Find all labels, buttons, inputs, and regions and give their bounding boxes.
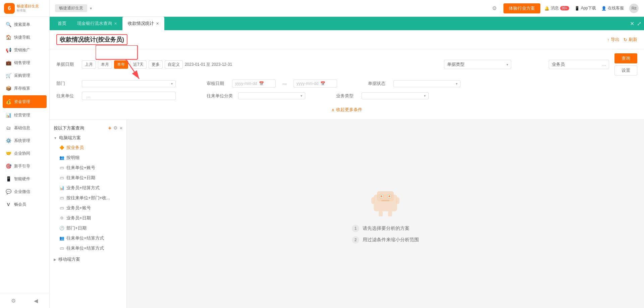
scheme-group-desktop-header[interactable]: ▼ 电脑端方案 bbox=[50, 133, 126, 143]
folder-icon: 🗂 bbox=[5, 125, 11, 131]
tab-close-collection-stats[interactable]: ✕ bbox=[156, 21, 159, 26]
tab-close-all-icon[interactable]: ✕ bbox=[630, 20, 634, 27]
doc-status-select[interactable]: ▾ bbox=[393, 80, 461, 87]
audit-date-end[interactable]: yyyy-mm-dd 📅 bbox=[293, 80, 337, 88]
sidebar-settings-button[interactable]: ⚙ bbox=[3, 296, 24, 305]
add-scheme-icon[interactable]: + bbox=[108, 125, 111, 131]
user-menu[interactable]: Rit bbox=[629, 4, 639, 13]
page-content: 收款情况统计(按业务员) ↑ 导出 ↻ 刷新 单据日期 上月 本月 本年 bbox=[50, 30, 644, 308]
scheme-item-partner-payment-1[interactable]: 👥 往来单位+结算方式 bbox=[50, 233, 126, 243]
tab-home[interactable]: 首页 bbox=[52, 17, 72, 30]
scheme-item-partner-payment-2[interactable]: 🗃 往来单位+结算方式 bbox=[50, 243, 126, 253]
member-icon: V bbox=[5, 201, 11, 207]
chart-icon: 📊 bbox=[5, 112, 11, 118]
sidebar-item-basic[interactable]: 🗂 基础信息 bbox=[0, 121, 49, 134]
date-btn-more[interactable]: 更多 bbox=[149, 60, 163, 69]
topbar-app-name: 畅捷通好生意 bbox=[55, 4, 87, 12]
date-btn-7days[interactable]: 近7天 bbox=[130, 60, 147, 69]
audit-date-label: 审核日期 bbox=[207, 81, 227, 87]
sidebar-item-marketing[interactable]: 📢 营销推广 bbox=[0, 44, 49, 56]
tab-close-bank-flow[interactable]: ✕ bbox=[114, 21, 117, 26]
filter-row-3: 往来单位 … 往来单位分类 ▾ 业务类型 ▾ bbox=[56, 92, 637, 100]
scheme-group-mobile-header[interactable]: ▶ 移动端方案 bbox=[50, 255, 126, 264]
doc-status-label: 单据状态 bbox=[368, 81, 388, 87]
sidebar-item-member[interactable]: V 畅会员 bbox=[0, 198, 49, 211]
date-btn-this-year[interactable]: 本年 bbox=[114, 60, 128, 69]
scheme-panel: 按以下方案查询 + ⚙ « ▼ 电脑端方案 🔶 按业务员 bbox=[50, 120, 127, 308]
query-button[interactable]: 查询 bbox=[614, 53, 637, 63]
scheme-item-partner-account[interactable]: 🗃 往来单位+账号 bbox=[50, 163, 126, 173]
chevron-down-dept-icon: ▾ bbox=[171, 82, 173, 86]
sidebar-bottom: ⚙ ◀ bbox=[0, 293, 49, 308]
svg-point-5 bbox=[388, 195, 390, 197]
step-1: 1 请先选择要分析的方案 bbox=[352, 225, 419, 232]
scheme-item-partner-date[interactable]: 🗃 往来单位+日期 bbox=[50, 173, 126, 183]
scheme-item-salesman-date[interactable]: ⚙ 业务员+日期 bbox=[50, 213, 126, 223]
cart-icon: 🛒 bbox=[5, 72, 11, 79]
notifications-button[interactable]: 🔔 消息 99+ bbox=[544, 5, 569, 11]
date-btn-last-month[interactable]: 上月 bbox=[82, 60, 96, 69]
scheme-item-by-salesman[interactable]: 🔶 按业务员 bbox=[50, 143, 126, 153]
salesman-select[interactable]: 业务员 … bbox=[549, 60, 609, 69]
sidebar-item-purchase[interactable]: 🛒 采购管理 bbox=[0, 69, 49, 82]
avatar: Rit bbox=[629, 4, 639, 13]
sidebar-item-quick-nav[interactable]: 🏠 快捷导航 bbox=[0, 31, 49, 44]
sidebar-collapse-button[interactable]: ◀ bbox=[25, 296, 47, 305]
service-icon: 👤 bbox=[601, 6, 606, 11]
sidebar-logo: 6 畅捷通好生意 标准版 bbox=[0, 0, 49, 17]
scheme-item-icon: ⚙ bbox=[59, 215, 64, 221]
scheme-item-salesman-payment[interactable]: 📊 业务员+结算方式 bbox=[50, 183, 126, 193]
scheme-panel-header: 按以下方案查询 + ⚙ « bbox=[50, 123, 126, 133]
settings-icon[interactable]: ⚙ bbox=[492, 5, 497, 11]
scheme-settings-icon[interactable]: ⚙ bbox=[113, 125, 118, 131]
svg-rect-10 bbox=[388, 211, 392, 216]
scheme-button[interactable]: 体验行业方案 bbox=[503, 3, 540, 13]
sidebar-item-search[interactable]: 🔍 搜索菜单 bbox=[0, 18, 49, 31]
step-2-number: 2 bbox=[352, 236, 359, 244]
date-btn-custom[interactable]: 自定义 bbox=[165, 60, 183, 69]
biz-type-select[interactable]: ▾ bbox=[362, 92, 429, 99]
tab-bank-flow[interactable]: 现金银行流水查询 ✕ bbox=[72, 17, 122, 30]
dept-select[interactable]: ▾ bbox=[82, 80, 176, 87]
scheme-item-partner-dept[interactable]: 🗃 按往来单位+部门+收... bbox=[50, 193, 126, 203]
collapse-button[interactable]: ∧ 收起更多条件 bbox=[56, 104, 637, 115]
chevron-down-icon[interactable]: ▾ bbox=[90, 6, 92, 11]
sidebar-item-hardware[interactable]: 📱 智能硬件 bbox=[0, 172, 49, 185]
doc-type-select[interactable]: 单据类型 ▾ bbox=[444, 60, 511, 69]
app-download-button[interactable]: 📱 App下载 bbox=[575, 5, 596, 11]
sidebar-item-guide[interactable]: 🎯 新手引导 bbox=[0, 160, 49, 172]
tab-collection-stats[interactable]: 收款情况统计 ✕ bbox=[122, 17, 164, 30]
sidebar-item-enterprise[interactable]: 🤝 企业协同 bbox=[0, 147, 49, 160]
scheme-item-icon: 👥 bbox=[59, 236, 64, 241]
sidebar-item-sales[interactable]: 💼 销售管理 bbox=[0, 56, 49, 69]
partner-category-select[interactable]: ▾ bbox=[238, 92, 305, 99]
sidebar-item-system[interactable]: ⚙️ 系统管理 bbox=[0, 134, 49, 147]
audit-date-start[interactable]: yyyy-mm-dd 📅 bbox=[232, 80, 276, 88]
svg-rect-9 bbox=[379, 211, 383, 216]
refresh-button[interactable]: ↻ 刷新 bbox=[624, 37, 637, 43]
scheme-item-detail[interactable]: 👥 按明细 bbox=[50, 153, 126, 163]
partner-select[interactable]: … bbox=[82, 92, 176, 100]
online-service-button[interactable]: 👤 在线客服 bbox=[601, 5, 624, 11]
scheme-item-salesman-account[interactable]: 🗃 业务员+账号 bbox=[50, 203, 126, 213]
tab-expand-icon[interactable]: ⤢ bbox=[637, 20, 641, 27]
partner-more-icon[interactable]: … bbox=[86, 93, 91, 98]
filter-settings-button[interactable]: 设置 bbox=[614, 65, 637, 75]
sidebar-item-inventory[interactable]: 📦 库存核算 bbox=[0, 82, 49, 95]
partner-label: 往来单位 bbox=[56, 93, 76, 99]
scheme-collapse-icon[interactable]: « bbox=[120, 125, 122, 131]
notifications-badge: 99+ bbox=[560, 6, 569, 10]
sidebar-item-wechat[interactable]: 💬 企业微信 bbox=[0, 185, 49, 198]
sidebar-item-operation[interactable]: 📊 经营管理 bbox=[0, 109, 49, 121]
filter-row-1: 单据日期 上月 本月 本年 近7天 更多 自定义 2023-01-01 至 20… bbox=[56, 53, 637, 75]
scheme-item-dept-date[interactable]: 🕐 部门+日期 bbox=[50, 223, 126, 233]
scheme-group-desktop: ▼ 电脑端方案 🔶 按业务员 👥 按明细 🗃 往来单位+账号 bbox=[50, 133, 126, 253]
sidebar-item-finance[interactable]: 💰 资金管理 bbox=[3, 95, 47, 108]
svg-rect-6 bbox=[381, 200, 389, 201]
biz-type-label: 业务类型 bbox=[336, 93, 356, 99]
megaphone-icon: 📢 bbox=[5, 47, 11, 53]
export-button[interactable]: ↑ 导出 bbox=[607, 37, 620, 43]
scheme-item-icon: 🗃 bbox=[59, 246, 64, 251]
date-btn-this-month[interactable]: 本月 bbox=[98, 60, 112, 69]
robot-placeholder-icon bbox=[365, 185, 406, 218]
